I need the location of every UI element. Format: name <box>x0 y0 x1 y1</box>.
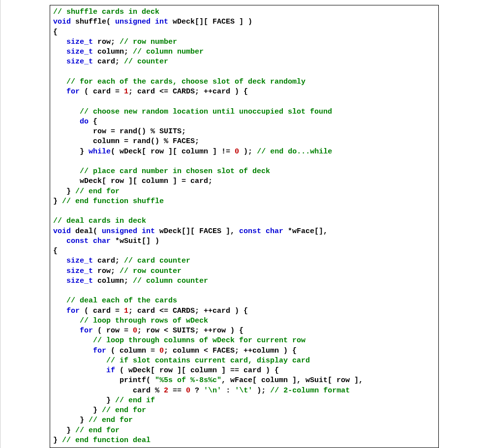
token-cm: // place card number in chosen slot of d… <box>80 167 270 176</box>
token-num: 1 <box>124 307 128 315</box>
code-line: // choose new random location until unoc… <box>53 107 435 117</box>
token-cm: // 2-column format <box>270 387 350 395</box>
token-kw: unsigned int <box>115 18 168 26</box>
token-id: } <box>93 406 102 415</box>
token-num: 0 <box>186 387 190 395</box>
token-kw: size_t <box>66 38 93 46</box>
code-line: { <box>53 28 435 37</box>
code-line <box>53 286 435 296</box>
token-id: , wFace[ column ], wSuit[ row ], <box>221 376 363 385</box>
token-kw: for <box>80 327 93 335</box>
token-id: } <box>66 426 75 435</box>
token-id: column = rand() % FACES; <box>93 137 199 146</box>
token-num: 1 <box>124 88 128 96</box>
token-id: ; row < SUITS; ++row ) { <box>137 327 244 335</box>
token-id: } <box>80 416 89 424</box>
token-cm: // loop through rows of wDeck <box>80 317 208 325</box>
token-kw: unsigned int <box>102 227 155 236</box>
indent <box>53 267 66 275</box>
indent <box>53 277 66 285</box>
token-id: ); <box>252 387 270 395</box>
code-line: printf( "%5s of %-8s%c", wFace[ column ]… <box>53 376 435 386</box>
code-line: { <box>53 246 435 256</box>
code-line: // shuffle cards in deck <box>53 7 435 17</box>
code-line <box>53 157 435 167</box>
token-id: card; <box>93 58 124 66</box>
token-cm: // for each of the cards, choose slot of… <box>66 78 305 86</box>
code-line: row = rand() % SUITS; <box>53 127 435 137</box>
code-line: size_t row; // row number <box>53 37 435 47</box>
indent <box>53 148 80 156</box>
code-line: size_t card; // counter <box>53 57 435 67</box>
token-cm: // end do...while <box>257 148 332 156</box>
token-kw: size_t <box>66 58 93 66</box>
code-line: // if slot contains current card, displa… <box>53 356 435 366</box>
token-id: { <box>53 28 58 36</box>
token-id: ( column = <box>106 347 159 355</box>
code-line: column = rand() % FACES; <box>53 137 435 147</box>
token-cm: // if slot contains current card, displa… <box>106 357 310 365</box>
token-cm: // counter <box>124 58 168 66</box>
token-kw: for <box>93 347 106 355</box>
code-line <box>53 97 435 107</box>
code-line: } // end function deal <box>53 436 435 446</box>
token-cm: // row number <box>120 38 177 46</box>
indent <box>53 327 80 335</box>
token-cm: // column number <box>133 48 204 56</box>
token-id: { <box>89 118 97 126</box>
token-id: card % <box>133 387 164 395</box>
token-kw: size_t <box>66 277 93 285</box>
token-cm: // end function deal <box>62 436 151 445</box>
indent <box>53 366 106 375</box>
token-num: 2 <box>164 387 168 395</box>
token-kw: while <box>89 148 111 156</box>
code-line: } // end if <box>53 396 435 406</box>
code-line: } // end for <box>53 187 435 197</box>
token-id: *wSuit[] ) <box>111 237 159 245</box>
token-cm: // choose new random location until unoc… <box>80 108 332 116</box>
token-id: column; <box>93 48 133 56</box>
token-kw: const char <box>66 237 111 245</box>
token-kw: size_t <box>66 48 93 56</box>
indent <box>53 347 93 355</box>
token-id: card; <box>93 257 124 265</box>
indent <box>53 58 66 66</box>
indent <box>53 48 66 56</box>
indent <box>53 78 66 86</box>
code-line: // loop through rows of wDeck <box>53 316 435 326</box>
token-kw: void <box>53 18 71 26</box>
indent <box>53 376 120 385</box>
token-str: '\n' <box>204 387 221 395</box>
indent <box>53 336 93 345</box>
token-kw: void <box>53 227 71 236</box>
token-id: == <box>168 387 186 395</box>
token-id: *wFace[], <box>283 227 328 236</box>
token-num: 0 <box>235 148 239 156</box>
code-block: // shuffle cards in deckvoid shuffle( un… <box>50 5 439 448</box>
code-line: } // end for <box>53 426 435 436</box>
token-id: } <box>66 187 75 196</box>
code-line: size_t column; // column number <box>53 47 435 57</box>
token-id: ( row = <box>93 327 133 335</box>
token-id: ( wDeck[ row ][ column ] != <box>111 148 235 156</box>
indent <box>53 357 106 365</box>
token-cm: // end function shuffle <box>62 197 164 206</box>
code-line <box>53 207 435 216</box>
code-line: do { <box>53 117 435 127</box>
code-line: for ( card = 1; card <= CARDS; ++card ) … <box>53 87 435 97</box>
code-line: for ( card = 1; card <= CARDS; ++card ) … <box>53 306 435 316</box>
code-line: } // end function shuffle <box>53 197 435 207</box>
token-id: ( card = <box>80 307 124 315</box>
indent <box>53 38 66 46</box>
indent <box>53 416 80 424</box>
token-id: column; <box>93 277 133 285</box>
token-str: "%5s of %-8s%c" <box>155 376 221 385</box>
code-line: const char *wSuit[] ) <box>53 237 435 246</box>
token-cm: // end for <box>75 187 120 196</box>
token-num: 0 <box>133 327 137 335</box>
code-line: wDeck[ row ][ column ] = card; <box>53 177 435 186</box>
code-line: if ( wDeck[ row ][ column ] == card ) { <box>53 366 435 376</box>
token-kw: for <box>66 307 80 315</box>
token-kw: for <box>66 88 80 96</box>
token-id: wDeck[ row ][ column ] = card; <box>80 177 213 185</box>
